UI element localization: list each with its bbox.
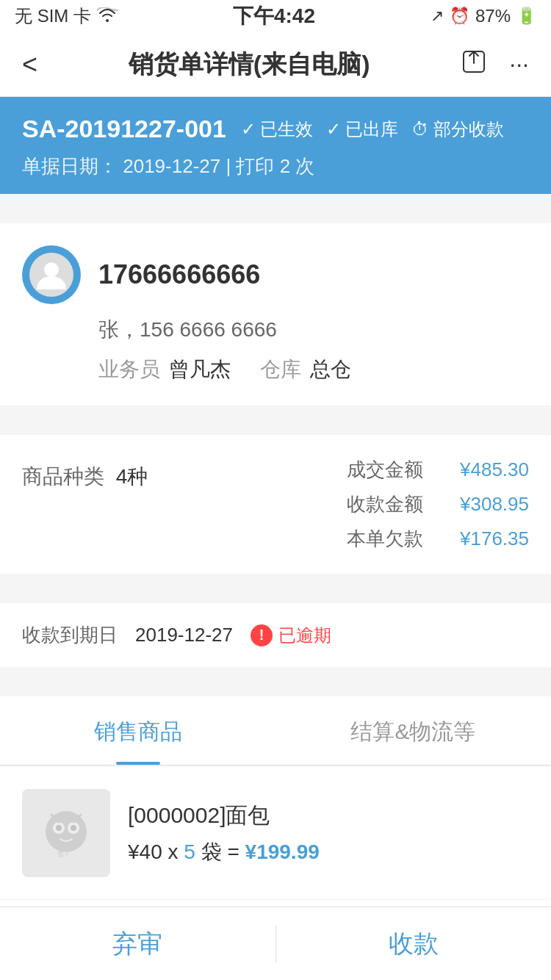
battery-label: 87% [475, 6, 511, 26]
battery-icon: 🔋 [516, 7, 536, 26]
clock-icon: ⏱ [411, 119, 429, 140]
alarm-icon: ⏰ [450, 7, 469, 26]
check-icon-2: ✓ [326, 119, 341, 140]
warehouse-info: 仓库 总仓 [260, 356, 351, 383]
type-count: 4种 [116, 465, 148, 488]
tab-settlement[interactable]: 结算&物流等 [276, 696, 551, 765]
tab-products[interactable]: 销售商品 [0, 696, 276, 765]
status-bar: 无 SIM 卡 下午4:42 ↗ ⏰ 87% 🔋 [0, 0, 551, 32]
order-date-row: 单据日期： 2019-12-27 | 打印 2 次 [22, 154, 529, 179]
salesperson-label: 业务员 [98, 356, 160, 383]
badge-shipped-label: 已出库 [345, 118, 398, 141]
received-row: 收款金额 ¥308.95 [347, 491, 529, 517]
status-bar-left: 无 SIM 卡 [15, 4, 118, 28]
deal-value: ¥485.30 [441, 458, 529, 481]
overdue-label: 已逾期 [278, 624, 331, 647]
product-info-1: [0000002]面包 ¥40 x 5 袋 = ¥199.99 [128, 801, 529, 866]
overdue-icon: ! [251, 624, 273, 646]
avatar [22, 245, 81, 304]
print-info: | 打印 2 次 [226, 155, 314, 177]
warehouse-label: 仓库 [260, 356, 301, 383]
wifi-icon [97, 6, 118, 26]
divider-1 [0, 194, 551, 209]
qty-1: 5 [184, 840, 195, 863]
svg-point-2 [46, 811, 87, 852]
summary-row: 商品种类 4种 成交金额 ¥485.30 收款金额 ¥308.95 本单欠款 ¥… [22, 457, 529, 552]
badge-shipped: ✓ 已出库 [326, 118, 398, 141]
status-bar-right: ↗ ⏰ 87% 🔋 [431, 6, 536, 26]
due-date-value: 2019-12-27 [135, 624, 233, 646]
bottom-toolbar: 弃审 收款 [0, 907, 551, 980]
badge-effective-label: 已生效 [260, 118, 313, 141]
cancel-button[interactable]: 弃审 [0, 912, 276, 976]
due-label: 收款到期日 [22, 622, 118, 648]
multiply-1: x [168, 840, 184, 863]
tab-products-label: 销售商品 [94, 719, 182, 743]
badge-partial: ⏱ 部分收款 [411, 118, 504, 141]
equals-1: = [227, 840, 245, 863]
summary-left: 商品种类 4种 [22, 457, 148, 491]
summary-right: 成交金额 ¥485.30 收款金额 ¥308.95 本单欠款 ¥176.35 [347, 457, 529, 552]
tabs-section: 销售商品 结算&物流等 [0, 696, 551, 765]
order-id: SA-20191227-001 [22, 115, 226, 143]
divider-3 [0, 574, 551, 588]
customer-meta: 业务员 曾凡杰 仓库 总仓 [98, 356, 529, 383]
total-1: ¥199.99 [245, 840, 320, 863]
divider-2 [0, 406, 551, 420]
unit-1: 袋 [201, 840, 222, 863]
overdue-badge: ! 已逾期 [251, 624, 331, 647]
more-button[interactable]: ··· [509, 51, 529, 78]
banner-top: SA-20191227-001 ✓ 已生效 ✓ 已出库 ⏱ 部分收款 [22, 115, 529, 143]
share-button[interactable] [461, 48, 487, 81]
product-name-1: [0000002]面包 [128, 801, 529, 831]
badge-effective: ✓ 已生效 [241, 118, 313, 141]
nav-bar: < 销货单详情(来自电脑) ··· [0, 32, 551, 97]
owed-label: 本单欠款 [347, 526, 423, 552]
due-section: 收款到期日 2019-12-27 ! 已逾期 [0, 603, 551, 667]
date-label: 单据日期： [22, 155, 118, 177]
location-icon: ↗ [431, 7, 444, 26]
nav-right: ··· [461, 48, 529, 81]
order-badges: ✓ 已生效 ✓ 已出库 ⏱ 部分收款 [241, 118, 504, 141]
summary-section: 商品种类 4种 成交金额 ¥485.30 收款金额 ¥308.95 本单欠款 ¥… [0, 435, 551, 574]
svg-point-6 [71, 825, 76, 831]
svg-point-1 [44, 262, 59, 277]
svg-text:鲁+: 鲁+ [57, 850, 69, 858]
received-value: ¥308.95 [441, 493, 529, 516]
warehouse-value: 总仓 [310, 356, 351, 383]
avatar-icon [29, 253, 73, 297]
received-label: 收款金额 [347, 491, 423, 517]
owed-value: ¥176.35 [441, 527, 529, 550]
page-title: 销货单详情(来自电脑) [129, 48, 370, 82]
deal-row: 成交金额 ¥485.30 [347, 457, 529, 483]
divider-4 [0, 667, 551, 682]
svg-point-5 [56, 825, 62, 831]
status-bar-time: 下午4:42 [233, 2, 315, 30]
date-value: 2019-12-27 [123, 155, 220, 177]
customer-sub: 张，156 6666 6666 [98, 316, 529, 344]
price-1: ¥40 [128, 840, 162, 863]
product-item-1: 鲁+ [0000002]面包 ¥40 x 5 袋 = ¥199.99 [0, 767, 551, 900]
customer-section: 17666666666 张，156 6666 6666 业务员 曾凡杰 仓库 总… [0, 223, 551, 406]
check-icon-1: ✓ [241, 119, 256, 140]
product-price-1: ¥40 x 5 袋 = ¥199.99 [128, 838, 529, 866]
customer-id: 17666666666 [98, 259, 260, 290]
tab-settlement-label: 结算&物流等 [350, 719, 475, 743]
back-button[interactable]: < [22, 49, 37, 80]
deal-label: 成交金额 [347, 457, 423, 483]
salesperson-value: 曾凡杰 [169, 356, 231, 383]
confirm-button[interactable]: 收款 [276, 912, 552, 976]
order-banner: SA-20191227-001 ✓ 已生效 ✓ 已出库 ⏱ 部分收款 单据日期：… [0, 97, 551, 194]
product-thumb-1: 鲁+ [22, 789, 110, 877]
badge-partial-label: 部分收款 [433, 118, 504, 141]
customer-row: 17666666666 [22, 245, 529, 304]
carrier-label: 无 SIM 卡 [15, 4, 91, 28]
salesperson-info: 业务员 曾凡杰 [98, 356, 231, 383]
type-label: 商品种类 [22, 465, 104, 488]
owed-row: 本单欠款 ¥176.35 [347, 526, 529, 552]
